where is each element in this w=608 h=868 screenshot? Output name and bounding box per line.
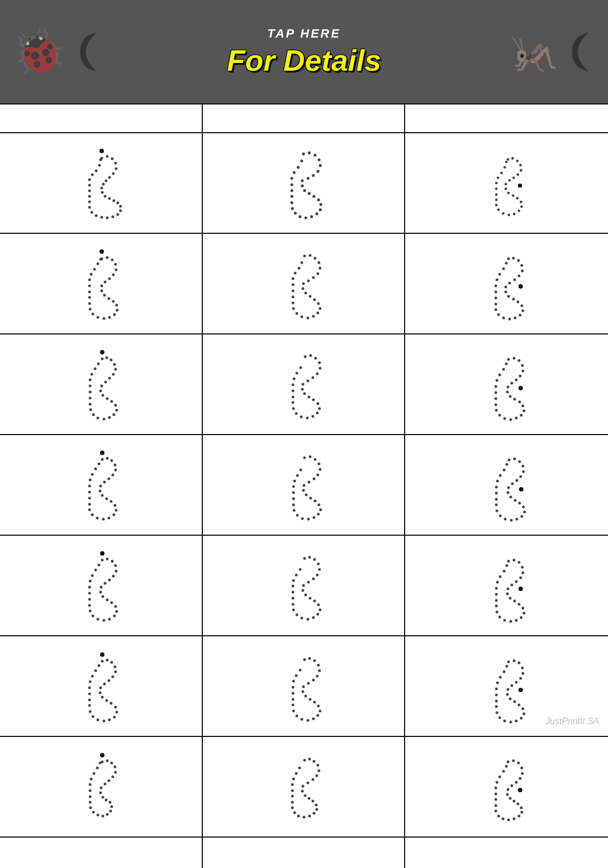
svg-point-52: [305, 216, 307, 219]
svg-point-616: [494, 798, 497, 801]
svg-point-227: [316, 402, 319, 405]
svg-point-182: [502, 268, 505, 270]
svg-point-221: [306, 380, 309, 383]
svg-point-17: [119, 210, 122, 212]
svg-point-487: [301, 691, 304, 693]
svg-point-499: [291, 704, 294, 707]
svg-point-567: [312, 760, 315, 763]
svg-point-300: [95, 468, 97, 470]
svg-point-395: [316, 574, 318, 577]
svg-point-282: [99, 490, 102, 493]
svg-point-196: [106, 398, 109, 400]
svg-point-517: [509, 698, 511, 700]
svg-point-180: [495, 279, 498, 281]
svg-point-519: [517, 704, 520, 707]
svg-point-589: [291, 783, 293, 786]
svg-point-231: [306, 417, 308, 420]
svg-point-442: [495, 593, 497, 596]
svg-point-576: [307, 797, 310, 800]
svg-point-75: [507, 192, 510, 195]
letter-row-7: [0, 737, 608, 838]
svg-point-422: [521, 566, 523, 569]
svg-point-214: [303, 355, 306, 358]
svg-point-4: [114, 162, 117, 165]
svg-point-320: [301, 517, 303, 520]
svg-point-50: [316, 212, 318, 215]
arabic-letter-6-1: [62, 642, 139, 730]
svg-point-100: [112, 274, 115, 276]
svg-point-261: [503, 417, 506, 420]
svg-point-564: [99, 762, 102, 765]
svg-point-275: [111, 459, 113, 462]
svg-point-558: [89, 796, 92, 798]
svg-point-595: [512, 760, 515, 762]
svg-point-346: [520, 515, 523, 518]
svg-point-337: [515, 479, 518, 482]
cell-3-3: [405, 334, 608, 434]
svg-point-285: [110, 500, 113, 503]
empty-row-1: [0, 103, 608, 133]
svg-point-580: [312, 812, 315, 815]
svg-point-568: [316, 764, 319, 767]
svg-point-280: [103, 481, 106, 484]
svg-point-37: [318, 158, 321, 161]
cell-bottom-1: [0, 838, 203, 868]
cell-1-1: [0, 133, 203, 233]
svg-point-334: [521, 465, 524, 468]
svg-point-55: [291, 207, 293, 210]
svg-point-113: [97, 316, 99, 319]
svg-point-59: [290, 184, 293, 186]
header[interactable]: 🐞 🦗 TAP HERE For Details: [0, 0, 608, 103]
svg-point-290: [102, 518, 105, 521]
arabic-letter-5-1: [62, 541, 139, 630]
svg-point-216: [314, 357, 317, 360]
svg-point-521: [522, 713, 525, 715]
svg-point-69: [520, 169, 522, 172]
svg-point-120: [88, 279, 91, 281]
cell-2-1: [0, 234, 203, 333]
svg-point-360: [100, 551, 104, 556]
svg-point-57: [290, 195, 293, 198]
tap-here-label: TAP HERE: [227, 27, 381, 41]
svg-point-327: [293, 480, 296, 483]
svg-point-72: [508, 179, 511, 182]
svg-point-217: [318, 362, 321, 364]
arabic-letter-5-3: [468, 541, 546, 630]
svg-point-618: [494, 787, 497, 789]
svg-point-255: [518, 401, 521, 404]
ladybug-icon: 🐞: [11, 26, 66, 78]
svg-point-354: [495, 492, 497, 495]
svg-point-391: [308, 556, 311, 559]
svg-point-497: [295, 715, 298, 718]
svg-point-130: [316, 273, 319, 275]
svg-point-198: [114, 404, 117, 407]
svg-point-278: [112, 474, 114, 477]
header-cta[interactable]: TAP HERE For Details: [227, 27, 381, 77]
svg-point-489: [308, 698, 311, 701]
svg-point-371: [102, 595, 104, 598]
svg-point-427: [506, 588, 509, 590]
svg-point-129: [318, 267, 321, 270]
svg-point-476: [95, 670, 97, 672]
svg-point-191: [108, 377, 111, 380]
letter-row-6: JustPrintIt.SA: [0, 636, 608, 737]
svg-point-289: [108, 517, 111, 520]
svg-point-410: [292, 609, 295, 611]
svg-point-597: [520, 767, 523, 770]
svg-point-363: [111, 560, 114, 563]
svg-point-34: [302, 153, 305, 155]
arabic-letter-5-2: [265, 541, 342, 630]
svg-point-294: [88, 503, 91, 506]
svg-point-569: [317, 770, 320, 772]
svg-point-440: [495, 605, 497, 608]
svg-point-529: [495, 700, 497, 703]
svg-point-181: [498, 273, 501, 276]
cell-7-3: [405, 737, 608, 836]
svg-point-338: [511, 483, 513, 485]
svg-point-336: [519, 475, 522, 478]
svg-point-393: [317, 563, 319, 566]
svg-point-70: [516, 173, 519, 176]
watermark: JustPrintIt.SA: [542, 715, 602, 728]
svg-point-193: [101, 385, 103, 388]
svg-point-119: [88, 285, 91, 287]
